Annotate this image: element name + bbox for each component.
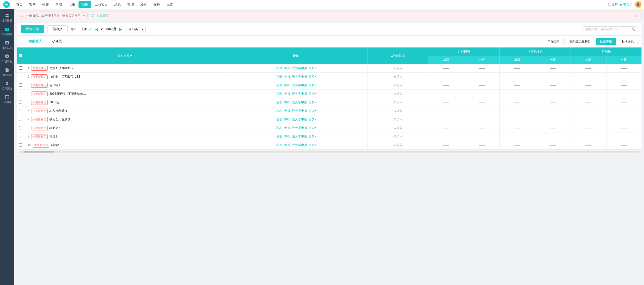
action-more[interactable]: 更多▾ — [308, 83, 316, 87]
row-number: 5 — [28, 101, 29, 104]
action-zero-declare[interactable]: 设为零申报 — [292, 83, 307, 87]
sidebar-item-tax-settings[interactable]: 报税设置 — [0, 11, 14, 25]
row-checkbox[interactable] — [19, 126, 22, 129]
action-more[interactable]: 更多▾ — [308, 135, 316, 138]
date-prev-button[interactable]: ◀ — [94, 26, 99, 32]
date-next-button[interactable]: ▶ — [118, 26, 124, 32]
sidebar-label-annual-report: 工商年报 — [2, 100, 13, 104]
action-zero-declare[interactable]: 设为零申报 — [292, 101, 307, 104]
action-more[interactable]: 更多▾ — [308, 66, 316, 70]
action-declare[interactable]: 申报 — [284, 135, 290, 138]
action-declare[interactable]: 申报 — [284, 109, 290, 113]
action-zero-declare[interactable]: 设为零申报 — [292, 66, 307, 70]
nav-billing[interactable]: 收费 — [39, 1, 52, 8]
action-tax-form[interactable]: 税表 — [276, 118, 282, 121]
action-tax-form[interactable]: 税表 — [276, 101, 282, 104]
action-declare[interactable]: 申报 — [284, 75, 290, 78]
nav-tax[interactable]: 报税 — [78, 1, 91, 8]
user-avatar[interactable]: 👤 — [635, 1, 641, 8]
row-finance-fill: —— — [428, 81, 464, 90]
select-all-checkbox[interactable] — [19, 54, 22, 57]
action-tax-form[interactable]: 税表 — [276, 109, 282, 113]
action-more[interactable]: 更多▾ — [308, 101, 316, 104]
apply-record-button[interactable]: 申报记录 — [544, 38, 564, 45]
action-zero-declare[interactable]: 设为零申报 — [292, 126, 307, 130]
row-checkbox[interactable] — [19, 92, 22, 95]
action-tax-form[interactable]: 税表 — [276, 92, 282, 96]
row-checkbox[interactable] — [19, 101, 22, 104]
row-checkbox[interactable] — [19, 66, 22, 70]
row-checkbox[interactable] — [19, 135, 22, 138]
action-tax-form[interactable]: 税表 — [276, 135, 282, 138]
nav-bizproject[interactable]: 工商项目 — [92, 1, 111, 8]
action-zero-declare[interactable]: 设为零申报 — [292, 118, 307, 121]
member-button[interactable]: ▶ 畅会员 — [620, 2, 632, 7]
nav-settings[interactable]: 设置 — [164, 1, 176, 8]
buy-now-link[interactable]: 立即购买 — [97, 14, 109, 18]
row-tax-fill: —— — [500, 98, 535, 107]
notice-close-button[interactable]: ✕ — [634, 14, 637, 18]
staff-filter-select[interactable]: 全部员工 ▾ — [127, 26, 146, 32]
sidebar-item-personal-tax[interactable]: 个税申报 — [0, 52, 14, 65]
nav-ops[interactable]: 经营 — [137, 1, 150, 8]
action-more[interactable]: 更多▾ — [308, 92, 316, 96]
action-zero-declare[interactable]: 设为零申报 — [292, 135, 307, 138]
scroll-thumb[interactable] — [24, 151, 54, 153]
action-zero-declare[interactable]: 设为零申报 — [292, 143, 307, 147]
tab-zero-declare[interactable]: 零申报 — [47, 25, 68, 33]
batch-apply-button[interactable]: 批量申报 — [596, 38, 616, 45]
action-more[interactable]: 更多▾ — [308, 75, 316, 78]
sub-tab-general[interactable]: 一般的税人 — [21, 38, 47, 45]
row-checkbox[interactable] — [19, 83, 22, 87]
row-surtax-declare: —— — [606, 64, 641, 73]
action-zero-declare[interactable]: 设为零申报 — [292, 75, 307, 78]
row-checkbox[interactable] — [19, 143, 22, 147]
action-more[interactable]: 更多▾ — [308, 109, 316, 113]
sub-tab-small[interactable]: 小规模 — [47, 38, 67, 45]
search-input[interactable] — [585, 27, 630, 31]
nav-home[interactable]: 首页 — [13, 1, 26, 8]
action-zero-declare[interactable]: 设为零申报 — [292, 92, 307, 96]
action-tax-form[interactable]: 税表 — [276, 83, 282, 87]
horizontal-scrollbar[interactable] — [17, 150, 641, 154]
info-icon[interactable]: ⓘ — [88, 27, 91, 31]
row-ca-status: 未填入 — [368, 124, 428, 132]
sidebar-item-batch-tax[interactable]: 批量报税 — [0, 25, 14, 38]
nav-message[interactable]: 消息 — [111, 1, 124, 8]
action-declare[interactable]: 申报 — [284, 101, 290, 104]
action-declare[interactable]: 申报 — [284, 83, 290, 87]
sidebar-item-records[interactable]: 报税记录 — [0, 65, 14, 79]
action-more[interactable]: 更多▾ — [308, 126, 316, 130]
fullscreen-button[interactable]: ⛶ 全屏 — [608, 2, 618, 7]
action-more[interactable]: 更多▾ — [308, 118, 316, 121]
apply-summary-link[interactable]: 申报汇总 — [83, 14, 95, 18]
action-more[interactable]: 更多▾ — [308, 143, 316, 147]
sidebar-item-settlement[interactable]: 汇算清缴 — [0, 79, 14, 92]
action-declare[interactable]: 申报 — [284, 143, 290, 147]
nav-invoice[interactable]: 票据 — [52, 1, 65, 8]
nav-bookkeeping[interactable]: 记账 — [65, 1, 78, 8]
action-tax-form[interactable]: 税表 — [276, 143, 282, 147]
action-declare[interactable]: 申报 — [284, 66, 290, 70]
update-stats-button[interactable]: 更新统定及取数 — [566, 38, 594, 45]
nav-manage[interactable]: 管理 — [124, 1, 137, 8]
retrieve-button[interactable]: 收取回执 — [618, 38, 637, 45]
action-declare[interactable]: 申报 — [284, 126, 290, 130]
nav-customer[interactable]: 客户 — [26, 1, 39, 8]
search-icon[interactable]: 🔍 — [631, 27, 635, 31]
row-checkbox[interactable] — [19, 75, 22, 78]
sidebar-item-overview[interactable]: 报税总览 — [0, 38, 14, 52]
nav-service[interactable]: 服务 — [150, 1, 163, 8]
action-tax-form[interactable]: 税表 — [276, 126, 282, 130]
tab-tax-declare[interactable]: 税款申报 — [21, 25, 44, 33]
action-tax-form[interactable]: 税表 — [276, 75, 282, 78]
row-tax-fill: —— — [500, 132, 535, 141]
action-tax-form[interactable]: 税表 — [276, 66, 282, 70]
action-zero-declare[interactable]: 设为零申报 — [292, 109, 307, 113]
row-checkbox[interactable] — [19, 118, 22, 121]
sidebar-item-annual-report[interactable]: 工商年报 — [0, 92, 14, 106]
action-declare[interactable]: 申报 — [284, 92, 290, 96]
client-name-text: 2007会计 — [49, 101, 62, 104]
row-checkbox[interactable] — [19, 109, 22, 112]
action-declare[interactable]: 申报 — [284, 118, 290, 121]
